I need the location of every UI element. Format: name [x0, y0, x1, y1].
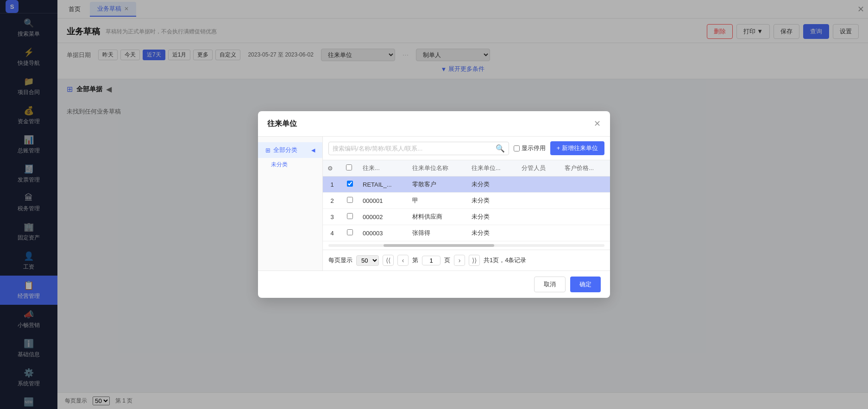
row-category: 未分类	[467, 209, 517, 225]
col-header-code: 往来...	[358, 160, 408, 176]
confirm-button[interactable]: 确定	[570, 277, 601, 292]
dialog-content: 🔍 显示停用 + 新增往来单位 ⚙	[323, 137, 610, 271]
row-code: 000003	[358, 225, 408, 241]
uncategorized-label: 未分类	[271, 161, 288, 168]
search-input-wrap[interactable]: 🔍	[328, 142, 509, 155]
col-header-category: 往来单位...	[467, 160, 517, 176]
total-records: 共1页，4条记录	[484, 256, 526, 264]
grid-icon-small: ⊞	[265, 147, 270, 154]
first-page-btn[interactable]: ⟨⟨	[383, 255, 394, 266]
row-manager	[517, 225, 560, 241]
col-header-manager: 分管人员	[517, 160, 560, 176]
last-page-btn[interactable]: ⟩⟩	[469, 255, 480, 266]
row-num: 1	[323, 176, 341, 193]
dialog-table-wrap: ⚙ 往来... 往来单位名称 往来单位... 分管人员 客户价格...	[323, 160, 610, 241]
table-header-row: ⚙ 往来... 往来单位名称 往来单位... 分管人员 客户价格...	[323, 160, 610, 176]
show-disabled-checkbox[interactable]	[514, 145, 520, 151]
row-num: 3	[323, 209, 341, 225]
col-header-num: ⚙	[323, 160, 341, 176]
dialog-footer: 取消 确定	[258, 271, 610, 298]
table-row[interactable]: 3 000002 材料供应商 未分类	[323, 209, 610, 225]
row-check[interactable]	[341, 209, 358, 225]
row-check[interactable]	[341, 225, 358, 241]
col-header-name: 往来单位名称	[408, 160, 466, 176]
dialog-close-button[interactable]: ✕	[594, 119, 601, 129]
show-disabled-label[interactable]: 显示停用	[514, 144, 546, 152]
add-partner-button[interactable]: + 新增往来单位	[550, 141, 604, 155]
search-icon: 🔍	[496, 144, 505, 153]
row-code: 000001	[358, 193, 408, 209]
dialog-pagination: 每页显示 50 ⟨⟨ ‹ 第 页 › ⟩⟩ 共1页，4条记录	[323, 250, 610, 271]
dialog-sidebar-all[interactable]: ⊞ 全部分类 ◀	[258, 142, 322, 158]
search-input[interactable]	[333, 145, 493, 152]
scrollbar-thumb[interactable]	[384, 244, 494, 247]
collapse-sidebar-icon[interactable]: ◀	[311, 147, 315, 153]
row-num: 4	[323, 225, 341, 241]
row-manager	[517, 176, 560, 193]
row-price	[560, 176, 610, 193]
dialog-sidebar-uncategorized[interactable]: 未分类	[258, 158, 322, 171]
table-row[interactable]: 2 000001 甲 未分类	[323, 193, 610, 209]
col-header-check	[341, 160, 358, 176]
partner-dialog: 往来单位 ✕ ⊞ 全部分类 ◀ 未分类	[258, 111, 610, 298]
row-category: 未分类	[467, 193, 517, 209]
row-price	[560, 225, 610, 241]
dialog-body: ⊞ 全部分类 ◀ 未分类 🔍 显示停用	[258, 137, 610, 271]
dialog-header: 往来单位 ✕	[258, 111, 610, 137]
dialog-sidebar: ⊞ 全部分类 ◀ 未分类	[258, 137, 323, 271]
row-name: 甲	[408, 193, 466, 209]
prev-page-btn[interactable]: ‹	[397, 255, 409, 266]
modal-overlay: 往来单位 ✕ ⊞ 全部分类 ◀ 未分类	[0, 0, 868, 409]
table-row[interactable]: 1 RETAIL_... 零散客户 未分类	[323, 176, 610, 193]
row-check[interactable]	[341, 193, 358, 209]
table-row[interactable]: 4 000003 张筛得 未分类	[323, 225, 610, 241]
horizontal-scrollbar[interactable]	[328, 244, 604, 247]
row-manager	[517, 193, 560, 209]
row-code: 000002	[358, 209, 408, 225]
page-label-post: 页	[444, 256, 450, 264]
all-category-label: 全部分类	[273, 146, 297, 154]
dialog-search-bar: 🔍 显示停用 + 新增往来单位	[323, 137, 610, 160]
row-price	[560, 209, 610, 225]
row-name: 材料供应商	[408, 209, 466, 225]
per-page-label: 每页显示	[328, 256, 352, 264]
row-price	[560, 193, 610, 209]
row-name: 张筛得	[408, 225, 466, 241]
per-page-select[interactable]: 50	[356, 255, 379, 266]
next-page-btn[interactable]: ›	[454, 255, 465, 266]
row-check[interactable]	[341, 176, 358, 193]
page-number-input[interactable]	[422, 256, 440, 265]
cancel-button[interactable]: 取消	[534, 277, 566, 292]
row-category: 未分类	[467, 225, 517, 241]
col-header-price: 客户价格...	[560, 160, 610, 176]
row-num: 2	[323, 193, 341, 209]
row-manager	[517, 209, 560, 225]
select-all-checkbox[interactable]	[346, 164, 352, 170]
dialog-title: 往来单位	[267, 119, 297, 129]
row-name: 零散客户	[408, 176, 466, 193]
row-code: RETAIL_...	[358, 176, 408, 193]
dialog-table: ⚙ 往来... 往来单位名称 往来单位... 分管人员 客户价格...	[323, 160, 610, 241]
page-label-pre: 第	[412, 256, 418, 264]
row-category: 未分类	[467, 176, 517, 193]
